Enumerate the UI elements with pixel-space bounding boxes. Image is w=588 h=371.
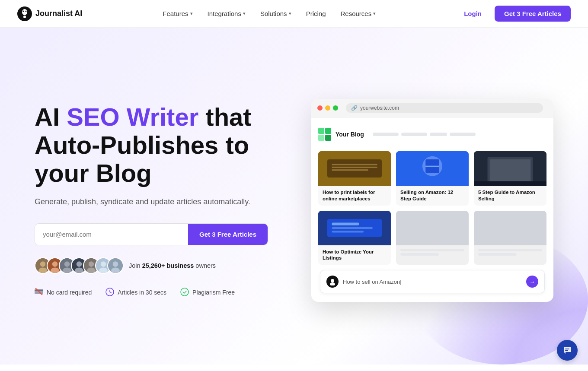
logo-sq-2 — [325, 128, 331, 134]
dot-red — [317, 105, 323, 111]
social-proof: Join 25,260+ business owners — [35, 257, 294, 274]
svg-rect-35 — [332, 169, 368, 171]
trust-badges: No card required Articles in 30 secs Pla… — [35, 288, 294, 298]
send-arrow-icon: → — [530, 279, 535, 285]
blog-title: Your Blog — [336, 131, 364, 138]
svg-rect-45 — [332, 222, 359, 225]
skeleton-line — [478, 249, 542, 251]
svg-rect-34 — [332, 166, 377, 168]
browser-content: Your Blog How to pr — [311, 117, 553, 302]
svg-point-6 — [40, 261, 46, 267]
svg-rect-50 — [565, 349, 569, 349]
hero-right: 🔗 yourwebsite.com Your — [294, 99, 571, 302]
nav-features[interactable]: Features ▾ — [157, 6, 198, 21]
nav-placeholder — [450, 133, 476, 136]
logo-sq-4 — [325, 135, 331, 141]
blog-header: Your Blog — [318, 124, 546, 144]
blog-logo — [318, 128, 331, 141]
browser-address-bar[interactable]: 🔗 yourwebsite.com — [346, 103, 543, 113]
article-card-skeleton — [396, 211, 469, 265]
svg-point-15 — [77, 261, 82, 267]
svg-rect-41 — [490, 159, 531, 182]
avatars — [35, 257, 124, 274]
svg-point-49 — [330, 282, 335, 285]
article-grid-row1: How to print labels for online marketpla… — [318, 151, 546, 206]
nav-resources[interactable]: Resources ▾ — [334, 6, 382, 21]
trust-badge-articles: Articles in 30 secs — [105, 288, 166, 298]
skeleton-lines — [474, 245, 546, 261]
skeleton-image — [396, 211, 469, 245]
email-input[interactable] — [35, 224, 188, 245]
chevron-down-icon: ▾ — [190, 11, 193, 16]
plagiarism-icon — [180, 288, 189, 298]
skeleton-lines — [396, 245, 469, 261]
chat-widget-icon — [562, 345, 572, 355]
logo-text: Journalist AI — [35, 9, 82, 18]
headline-prefix: AI — [35, 103, 67, 131]
svg-point-24 — [113, 261, 118, 267]
nav-cta-button[interactable]: Get 3 Free Articles — [495, 6, 571, 22]
chat-send-button[interactable]: → — [526, 276, 538, 288]
avatar — [107, 257, 124, 274]
article-card: 5 Step Guide to Amazon Selling — [474, 151, 546, 206]
svg-rect-32 — [327, 159, 382, 178]
blog-nav-placeholders — [373, 133, 476, 136]
navbar: Journalist AI Features ▾ Integrations ▾ … — [0, 0, 588, 28]
article-card: How to Optimize Your Listings — [318, 211, 391, 265]
svg-point-3 — [23, 10, 24, 12]
svg-rect-46 — [332, 227, 373, 228]
article-card-label: Selling on Amazon: 12 Step Guide — [396, 186, 469, 206]
nav-placeholder — [401, 133, 427, 136]
hero-cta-button[interactable]: Get 3 Free Articles — [188, 224, 268, 245]
login-button[interactable]: Login — [456, 6, 489, 21]
trust-badge-plagiarism: Plagiarism Free — [180, 288, 235, 298]
svg-point-9 — [52, 261, 58, 267]
trust-badge-no-card: No card required — [35, 288, 92, 297]
dot-yellow — [325, 105, 330, 111]
nav-solutions[interactable]: Solutions ▾ — [254, 6, 297, 21]
social-proof-text: Join 25,260+ business owners — [129, 262, 216, 269]
article-card-skeleton — [474, 211, 546, 265]
articles-icon — [105, 288, 114, 298]
logo[interactable]: Journalist AI — [17, 6, 82, 21]
nav-pricing[interactable]: Pricing — [300, 6, 332, 21]
article-card: Selling on Amazon: 12 Step Guide — [396, 151, 469, 206]
svg-point-2 — [23, 16, 26, 18]
hero-subtext: Generate, publish, syndicate and update … — [35, 196, 294, 208]
skeleton-line — [400, 253, 439, 256]
hero-left: AI SEO Writer that Auto-Publishes to you… — [35, 103, 294, 298]
svg-rect-42 — [474, 181, 546, 186]
svg-rect-47 — [332, 231, 364, 232]
no-card-icon — [35, 288, 43, 297]
hero-section: AI SEO Writer that Auto-Publishes to you… — [0, 28, 588, 365]
skeleton-line — [400, 249, 464, 251]
chat-input-text[interactable]: How to sell on Amazon| — [343, 279, 522, 285]
skeleton-image — [474, 211, 546, 245]
svg-point-30 — [181, 288, 189, 296]
section-below: Feature-Rich, factual and SEO-Optimized … — [0, 365, 588, 371]
article-image — [318, 211, 391, 245]
svg-point-21 — [101, 261, 106, 267]
svg-point-18 — [89, 261, 94, 267]
svg-point-1 — [22, 9, 27, 15]
svg-point-48 — [331, 279, 334, 282]
chat-widget-button[interactable] — [557, 340, 578, 361]
svg-rect-33 — [332, 164, 377, 165]
nav-actions: Login Get 3 Free Articles — [456, 6, 571, 22]
dot-green — [333, 105, 338, 111]
browser-dots — [317, 105, 338, 111]
skeleton-line — [478, 253, 517, 256]
nav-placeholder — [430, 133, 447, 136]
browser-mockup: 🔗 yourwebsite.com Your — [311, 99, 553, 302]
nav-integrations[interactable]: Integrations ▾ — [201, 6, 252, 21]
article-image — [318, 151, 391, 186]
svg-rect-51 — [565, 350, 568, 351]
chevron-down-icon: ▾ — [243, 11, 246, 16]
headline-highlight: SEO Writer — [67, 103, 198, 131]
chat-avatar — [326, 276, 339, 288]
browser-chrome: 🔗 yourwebsite.com — [311, 99, 553, 117]
logo-sq-1 — [318, 128, 324, 134]
chevron-down-icon: ▾ — [373, 11, 376, 16]
article-grid-row2: How to Optimize Your Listings — [318, 211, 546, 265]
hero-headline: AI SEO Writer that Auto-Publishes to you… — [35, 103, 294, 187]
